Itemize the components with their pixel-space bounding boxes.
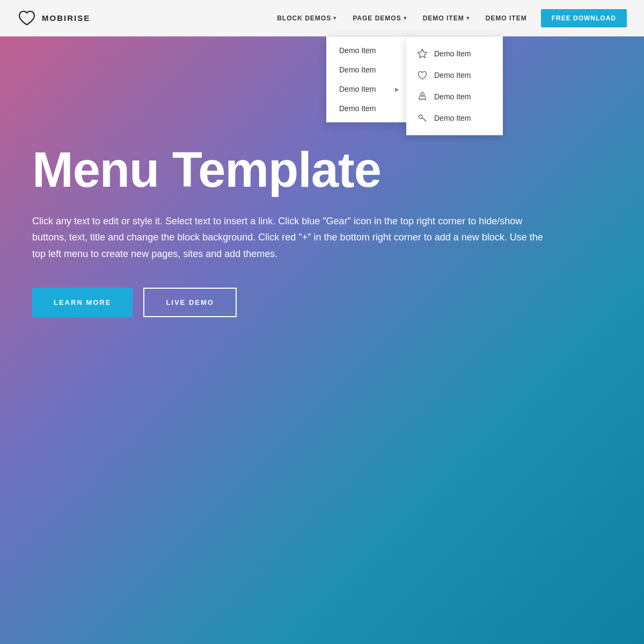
chevron-down-icon: ▾ — [333, 15, 336, 21]
chevron-down-icon: ▾ — [466, 15, 470, 21]
nav-item-demo-item-1[interactable]: DEMO ITEM ▾ — [416, 10, 476, 26]
svg-point-1 — [421, 95, 423, 97]
hero-buttons: LEARN MORE LIVE DEMO — [32, 288, 612, 317]
star-icon — [417, 48, 428, 59]
nav-item-page-demos[interactable]: PAGE DEMOS ▾ — [346, 10, 413, 26]
dropdown-menu-2: Demo Item Demo Item Demo Item Demo — [406, 36, 503, 135]
nav-label-demo-item-2: DEMO ITEM — [486, 14, 527, 22]
dropdown-item-3-submenu[interactable]: Demo Item ▶ — [326, 79, 412, 99]
submenu-item-heart[interactable]: Demo Item — [406, 64, 503, 86]
svg-marker-0 — [418, 49, 427, 58]
svg-line-4 — [425, 120, 426, 121]
free-download-button[interactable]: FREE DOWNLOAD — [541, 9, 627, 27]
heart-icon — [417, 70, 428, 80]
live-demo-button[interactable]: LIVE DEMO — [143, 288, 237, 317]
svg-line-5 — [424, 119, 425, 120]
nav-menu: BLOCK DEMOS ▾ PAGE DEMOS ▾ DEMO ITEM ▾ D… — [270, 9, 627, 27]
dropdown-item-1[interactable]: Demo Item — [326, 41, 412, 60]
hero-description: Click any text to edit or style it. Sele… — [32, 213, 558, 262]
submenu-item-rocket[interactable]: Demo Item — [406, 86, 503, 107]
brand[interactable]: MOBIRISE — [17, 9, 90, 28]
brand-name: MOBIRISE — [42, 13, 90, 23]
chevron-down-icon: ▾ — [404, 15, 407, 21]
rocket-icon — [417, 91, 428, 102]
dropdown-item-2[interactable]: Demo Item — [326, 60, 412, 79]
submenu-item-key[interactable]: Demo Item — [406, 107, 503, 129]
hero-section: Menu Template Click any text to edit or … — [0, 36, 644, 644]
chevron-right-icon: ▶ — [395, 86, 399, 92]
svg-point-2 — [419, 115, 422, 119]
nav-label-demo-item-1: DEMO ITEM — [423, 14, 464, 22]
dropdown-menu-1: Demo Item Demo Item Demo Item ▶ Demo Ite… — [326, 36, 412, 122]
learn-more-button[interactable]: LEARN MORE — [32, 288, 133, 317]
dropdown-item-4[interactable]: Demo Item — [326, 99, 412, 118]
key-icon — [417, 113, 428, 123]
hero-title: Menu Template — [32, 144, 612, 196]
nav-label-page-demos: PAGE DEMOS — [353, 14, 401, 22]
navbar: MOBIRISE BLOCK DEMOS ▾ PAGE DEMOS ▾ DEMO… — [0, 0, 644, 36]
nav-item-block-demos[interactable]: BLOCK DEMOS ▾ — [270, 10, 343, 26]
nav-label-block-demos: BLOCK DEMOS — [277, 14, 331, 22]
submenu-item-star[interactable]: Demo Item — [406, 43, 503, 64]
heart-logo-icon — [17, 9, 36, 28]
nav-item-demo-item-2[interactable]: DEMO ITEM — [479, 10, 533, 26]
